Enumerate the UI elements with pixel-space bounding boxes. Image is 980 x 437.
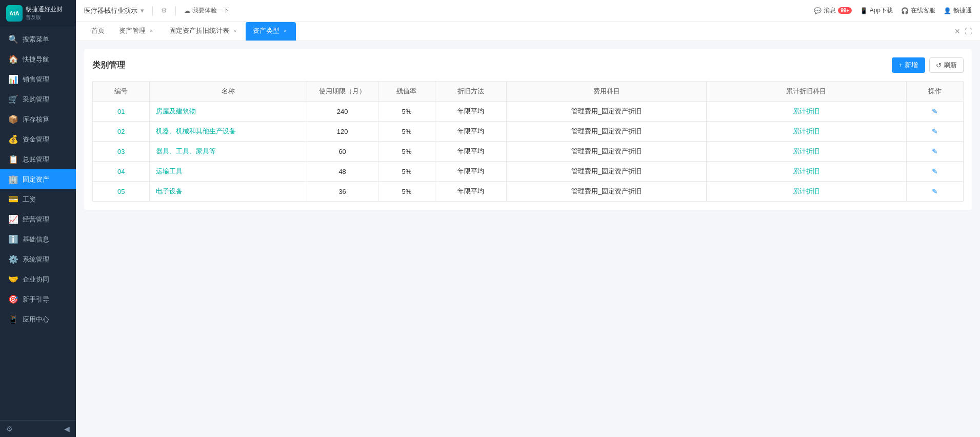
dropdown-icon[interactable]: ▾ [141,7,144,14]
col-header-name: 名称 [150,82,307,102]
topbar: 医疗器械行业演示 ▾ ⚙ ☁ 我要体验一下 💬 消息 99+ 📱 App下载 🎧 [76,0,980,22]
tab-depreciation-close[interactable]: × [231,27,238,34]
message-icon: 💬 [814,7,822,14]
topbar-divider [152,6,153,15]
sidebar-item-guide[interactable]: 🎯 新手引导 [0,289,76,309]
app-download-label: App下载 [870,6,893,15]
sidebar-label-basic-info: 基础信息 [23,235,49,244]
tab-asset-mgmt-close[interactable]: × [148,27,155,34]
edit-icon-2[interactable]: ✎ [932,147,938,155]
cell-method-2: 年限平均 [435,142,507,162]
cell-action-3[interactable]: ✎ [906,162,963,182]
cell-accum-4: 累计折旧 [706,182,906,202]
refresh-button[interactable]: ↺ 刷新 [929,57,964,73]
search-icon: 🔍 [8,34,17,44]
tab-home[interactable]: 首页 [84,22,112,41]
experience-icon: ☁ [184,7,190,14]
sidebar-label-enterprise: 企业协同 [23,275,49,284]
experience-button[interactable]: ☁ 我要体验一下 [184,6,229,15]
cell-action-1[interactable]: ✎ [906,122,963,142]
customer-service-button[interactable]: 🎧 在线客服 [901,6,935,15]
sidebar-bottom: ⚙ ◀ [0,420,76,437]
cell-action-2[interactable]: ✎ [906,142,963,162]
cell-action-4[interactable]: ✎ [906,182,963,202]
sidebar-item-sales[interactable]: 📊 销售管理 [0,69,76,89]
col-header-accum: 累计折旧科目 [706,82,906,102]
edit-icon-4[interactable]: ✎ [932,187,938,195]
cell-name-2: 器具、工具、家具等 [150,142,307,162]
tab-asset-mgmt[interactable]: 资产管理 × [112,22,162,41]
topbar-module: 医疗器械行业演示 ▾ [84,6,144,15]
sidebar-label-capital: 资金管理 [23,135,49,144]
sidebar-label-guide: 新手引导 [23,295,49,304]
cell-period-3: 48 [307,162,378,182]
app-name: 畅捷通好业财 [26,6,63,14]
table-row: 01 房屋及建筑物 240 5% 年限平均 管理费用_固定资产折旧 累计折旧 ✎ [93,102,964,122]
sidebar-item-purchase[interactable]: 🛒 采购管理 [0,89,76,109]
sidebar-logo: AtA 畅捷通好业财 普及版 [0,0,76,27]
col-header-expense: 费用科目 [507,82,707,102]
cell-method-0: 年限平均 [435,102,507,122]
sidebar-item-capital[interactable]: 💰 资金管理 [0,129,76,149]
maximize-window-button[interactable]: ⛶ [965,27,972,35]
sidebar-item-basic-info[interactable]: ℹ️ 基础信息 [0,229,76,249]
col-header-residual: 残值率 [378,82,435,102]
table-row: 03 器具、工具、家具等 60 5% 年限平均 管理费用_固定资产折旧 累计折旧… [93,142,964,162]
app-logo-icon: AtA [6,5,23,22]
tab-asset-type[interactable]: 资产类型 × [246,22,296,41]
messages-button[interactable]: 💬 消息 99+ [814,6,851,15]
sidebar-label-ledger: 总账管理 [23,155,49,164]
cell-residual-3: 5% [378,162,435,182]
col-header-code: 编号 [93,82,150,102]
cell-action-0[interactable]: ✎ [906,102,963,122]
sidebar-item-app-center[interactable]: 📱 应用中心 [0,309,76,329]
sidebar-nav: 🔍 搜索菜单 🏠 快捷导航 📊 销售管理 🛒 采购管理 📦 库存核算 💰 资金管… [0,27,76,420]
edit-icon-1[interactable]: ✎ [932,127,938,135]
cell-code-1: 02 [93,122,150,142]
cell-code-4: 05 [93,182,150,202]
tab-asset-type-label: 资产类型 [253,26,279,35]
cell-accum-3: 累计折旧 [706,162,906,182]
capital-icon: 💰 [8,134,17,144]
app-edition: 普及版 [26,14,63,21]
enterprise-icon: 🤝 [8,274,17,284]
sidebar-item-payroll[interactable]: 💳 工资 [0,189,76,209]
sidebar-item-inventory[interactable]: 📦 库存核算 [0,109,76,129]
sidebar-item-system[interactable]: ⚙️ 系统管理 [0,249,76,269]
sidebar-item-ledger[interactable]: 📋 总账管理 [0,149,76,169]
cell-expense-3: 管理费用_固定资产折旧 [507,162,707,182]
tab-asset-type-close[interactable]: × [282,27,289,34]
sidebar-item-search[interactable]: 🔍 搜索菜单 [0,29,76,49]
sidebar-item-operations[interactable]: 📈 经营管理 [0,209,76,229]
edit-icon-0[interactable]: ✎ [932,107,938,115]
sidebar-item-enterprise[interactable]: 🤝 企业协同 [0,269,76,289]
user-profile-button[interactable]: 👤 畅捷通 [944,6,972,15]
close-window-button[interactable]: ✕ [954,27,961,35]
col-header-period: 使用期限（月） [307,82,378,102]
username-label: 畅捷通 [953,6,972,15]
collapse-icon[interactable]: ◀ [64,425,70,433]
cell-period-0: 240 [307,102,378,122]
cell-method-1: 年限平均 [435,122,507,142]
tab-depreciation-label: 固定资产折旧统计表 [169,26,229,35]
sidebar-label-purchase: 采购管理 [23,95,49,104]
main-wrapper: 医疗器械行业演示 ▾ ⚙ ☁ 我要体验一下 💬 消息 99+ 📱 App下载 🎧 [76,0,980,437]
new-button[interactable]: + 新增 [892,57,925,73]
tab-depreciation-table[interactable]: 固定资产折旧统计表 × [162,22,246,41]
cell-expense-1: 管理费用_固定资产折旧 [507,122,707,142]
experience-text: 我要体验一下 [192,6,229,15]
user-icon: 👤 [944,7,951,14]
settings-gear-icon[interactable]: ⚙ [161,7,167,14]
table-header-row: 编号 名称 使用期限（月） 残值率 折旧方法 费用科目 累计折旧科目 操作 [93,82,964,102]
sidebar-item-quick-nav[interactable]: 🏠 快捷导航 [0,49,76,69]
edit-icon-3[interactable]: ✎ [932,167,938,175]
table-row: 04 运输工具 48 5% 年限平均 管理费用_固定资产折旧 累计折旧 ✎ [93,162,964,182]
table-body: 01 房屋及建筑物 240 5% 年限平均 管理费用_固定资产折旧 累计折旧 ✎… [93,102,964,202]
tabs-bar: 首页 资产管理 × 固定资产折旧统计表 × 资产类型 × ✕ ⛶ [76,22,980,41]
app-download-button[interactable]: 📱 App下载 [860,6,893,15]
phone-icon: 📱 [860,7,868,14]
cell-expense-2: 管理费用_固定资产折旧 [507,142,707,162]
cell-method-4: 年限平均 [435,182,507,202]
settings-icon[interactable]: ⚙ [6,425,13,433]
sidebar-item-fixed-assets[interactable]: 🏢 固定资产 [0,169,76,189]
